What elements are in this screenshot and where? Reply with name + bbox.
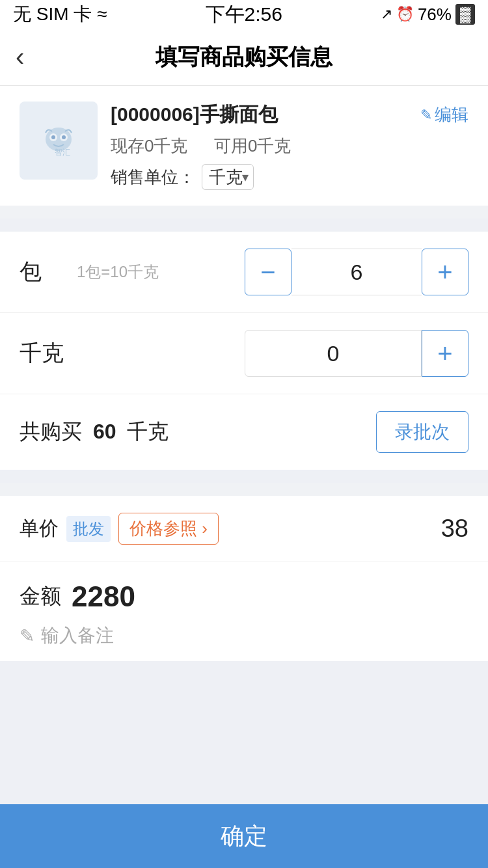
price-reference-button[interactable]: 价格参照 › bbox=[118, 513, 219, 545]
battery-label: 76% bbox=[418, 5, 452, 25]
unit-select-wrapper[interactable]: 千克 bbox=[202, 164, 254, 190]
bao-label: 包 bbox=[20, 257, 72, 287]
unit-select[interactable]: 千克 bbox=[202, 164, 254, 190]
edit-icon: ✎ bbox=[420, 107, 432, 124]
divider-1 bbox=[0, 219, 488, 232]
bao-increment-button[interactable]: + bbox=[422, 249, 468, 295]
bao-input[interactable] bbox=[291, 249, 422, 295]
product-thumbnail-icon: 智汇 bbox=[39, 121, 78, 160]
total-unit: 千克 bbox=[127, 420, 169, 443]
kg-input[interactable] bbox=[245, 330, 422, 377]
alarm-icon: ⏰ bbox=[396, 6, 414, 23]
amount-label: 金额 bbox=[20, 582, 61, 611]
divider-2 bbox=[0, 470, 488, 483]
nav-bar: ‹ 填写商品购买信息 bbox=[0, 29, 488, 86]
price-row: 单价 批发 价格参照 › 38 bbox=[0, 496, 488, 562]
back-button[interactable]: ‹ bbox=[16, 42, 24, 72]
remark-label: 输入备注 bbox=[41, 623, 114, 648]
amount-value: 2280 bbox=[72, 580, 135, 613]
product-card: 智汇 [0000006]手撕面包 ✎ 编辑 现存0千克 可用0千克 销售单位： … bbox=[0, 86, 488, 206]
product-image: 智汇 bbox=[20, 102, 98, 180]
kg-increment-button[interactable]: + bbox=[422, 330, 468, 377]
stock-label: 现存0千克 bbox=[111, 136, 187, 156]
price-tag: 批发 bbox=[66, 516, 111, 542]
available-label: 可用0千克 bbox=[214, 136, 291, 156]
total-row: 共购买 60 千克 录批次 bbox=[0, 394, 488, 470]
spacer bbox=[193, 136, 210, 156]
record-batch-button[interactable]: 录批次 bbox=[376, 411, 468, 453]
amount-row: 金额 2280 bbox=[20, 580, 468, 613]
pencil-icon: ✎ bbox=[20, 625, 34, 647]
svg-point-3 bbox=[51, 135, 55, 139]
bao-decrement-button[interactable]: − bbox=[245, 249, 291, 295]
product-info: [0000006]手撕面包 ✎ 编辑 现存0千克 可用0千克 销售单位： 千克 bbox=[111, 102, 468, 190]
status-right: ↗ ⏰ 76% ▓ bbox=[381, 4, 475, 25]
price-section: 单价 批发 价格参照 › 38 bbox=[0, 496, 488, 562]
page-title: 填写商品购买信息 bbox=[156, 42, 332, 72]
product-stock: 现存0千克 可用0千克 bbox=[111, 135, 468, 157]
total-label-text: 共购买 bbox=[20, 420, 82, 443]
svg-text:智汇: 智汇 bbox=[55, 148, 70, 157]
product-name-row: [0000006]手撕面包 ✎ 编辑 bbox=[111, 102, 468, 128]
product-full-name: [0000006]手撕面包 bbox=[111, 102, 278, 128]
kg-controls: + bbox=[245, 330, 468, 377]
bao-input-row: 包 1包=10千克 − + bbox=[0, 232, 488, 313]
status-bar: 无 SIM 卡 ≈ 下午2:56 ↗ ⏰ 76% ▓ bbox=[0, 0, 488, 29]
unit-label: 销售单位： bbox=[111, 166, 195, 189]
total-amount: 60 bbox=[93, 420, 116, 443]
bao-sublabel: 1包=10千克 bbox=[77, 262, 159, 282]
product-unit-row: 销售单位： 千克 bbox=[111, 164, 468, 190]
kg-label: 千克 bbox=[20, 338, 72, 368]
kg-input-row: 千克 + bbox=[0, 313, 488, 394]
bao-controls: − + bbox=[245, 249, 468, 295]
remark-row[interactable]: ✎ 输入备注 bbox=[20, 623, 468, 648]
edit-label: 编辑 bbox=[435, 103, 468, 126]
confirm-button[interactable]: 确定 bbox=[0, 804, 488, 868]
location-icon: ↗ bbox=[381, 6, 392, 23]
status-time: 下午2:56 bbox=[206, 1, 282, 28]
price-label: 单价 bbox=[20, 515, 59, 542]
battery-icon: ▓ bbox=[455, 4, 475, 25]
amount-section: 金额 2280 ✎ 输入备注 bbox=[0, 562, 488, 661]
input-section: 包 1包=10千克 − + 千克 + bbox=[0, 232, 488, 394]
edit-button[interactable]: ✎ 编辑 bbox=[420, 103, 468, 126]
total-label: 共购买 60 千克 bbox=[20, 418, 169, 446]
no-sim-label: 无 SIM 卡 ≈ bbox=[13, 2, 107, 27]
price-value: 38 bbox=[441, 515, 468, 543]
status-left: 无 SIM 卡 ≈ bbox=[13, 2, 107, 27]
svg-point-4 bbox=[62, 135, 66, 139]
